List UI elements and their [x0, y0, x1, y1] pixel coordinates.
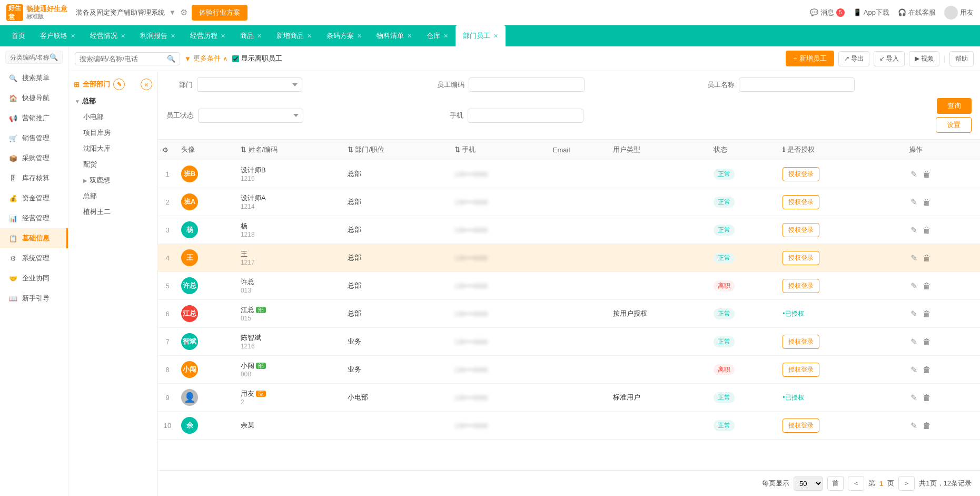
query-button[interactable]: 查询: [937, 98, 972, 114]
sidebar-search-input[interactable]: [10, 54, 50, 61]
tab-department-close[interactable]: ✕: [493, 33, 498, 40]
import-button[interactable]: ↙ 导入: [874, 51, 905, 66]
sidebar-item-search-menu[interactable]: 🔍 搜索菜单: [0, 68, 68, 88]
auth-login-btn[interactable]: 授权登录: [783, 167, 819, 181]
dept-select[interactable]: [197, 77, 302, 92]
tab-add-goods-close[interactable]: ✕: [307, 33, 312, 40]
sidebar-item-guide[interactable]: 📖 新手引导: [0, 288, 68, 308]
show-resigned-checkbox[interactable]: 显示离职员工: [232, 54, 282, 63]
emp-code-input[interactable]: [469, 77, 585, 92]
auth-login-btn[interactable]: 授权登录: [783, 251, 819, 265]
delete-btn[interactable]: 🗑: [923, 365, 931, 374]
sidebar-search-box[interactable]: 🔍: [5, 51, 63, 64]
per-page-select[interactable]: 50 100: [794, 476, 823, 491]
online-service-btn[interactable]: 🎧 在线客服: [898, 8, 936, 17]
tab-history[interactable]: 经营历程 ✕: [183, 25, 233, 46]
tab-home[interactable]: 首页: [4, 25, 33, 46]
user-avatar[interactable]: 用友: [944, 6, 974, 20]
sidebar-item-purchase[interactable]: 📦 采购管理: [0, 148, 68, 168]
tab-warehouse-close[interactable]: ✕: [443, 33, 448, 40]
tree-collapse-btn[interactable]: «: [141, 79, 152, 90]
col-settings[interactable]: ⚙: [158, 140, 177, 160]
tree-item-headquarters[interactable]: ▼ 总部: [68, 93, 157, 109]
tab-goods[interactable]: 商品 ✕: [233, 25, 269, 46]
edit-btn[interactable]: ✎: [910, 226, 917, 235]
emp-status-select[interactable]: [198, 109, 303, 123]
tab-bom[interactable]: 物料清单 ✕: [369, 25, 419, 46]
sidebar-item-basic[interactable]: 📋 基础信息: [0, 228, 68, 248]
prev-page-btn[interactable]: ＜: [848, 476, 864, 491]
delete-btn[interactable]: 🗑: [923, 198, 931, 207]
tab-warehouse[interactable]: 仓库 ✕: [419, 25, 456, 46]
tree-item-peihuo[interactable]: 配货: [68, 157, 157, 172]
col-name[interactable]: ⇅ 姓名/编码: [236, 140, 343, 160]
tab-profit[interactable]: 利润报告 ✕: [133, 25, 183, 46]
tab-department[interactable]: 部门员工 ✕: [456, 25, 506, 46]
sidebar-item-operations[interactable]: 📊 经营管理: [0, 208, 68, 228]
message-btn[interactable]: 💬 消息 5: [810, 8, 845, 17]
auth-login-btn[interactable]: 授权登录: [783, 363, 819, 377]
tree-edit-btn[interactable]: ✎: [113, 79, 125, 90]
auth-login-btn[interactable]: 授权登录: [783, 279, 819, 293]
edit-btn[interactable]: ✎: [910, 421, 917, 430]
sidebar-item-cooperation[interactable]: 🤝 企业协同: [0, 268, 68, 288]
auth-login-btn[interactable]: 授权登录: [783, 223, 819, 237]
edit-btn[interactable]: ✎: [910, 309, 917, 318]
more-filter-btn[interactable]: ▼ 更多条件 ∧: [184, 54, 228, 63]
sidebar-item-sales[interactable]: 🛒 销售管理: [0, 128, 68, 148]
tab-goods-close[interactable]: ✕: [257, 33, 262, 40]
emp-name-input[interactable]: [739, 77, 855, 92]
sidebar-item-quick-nav[interactable]: 🏠 快捷导航: [0, 88, 68, 108]
trial-button[interactable]: 体验行业方案: [192, 5, 248, 21]
settings-icon[interactable]: ⚙: [180, 7, 187, 17]
delete-btn[interactable]: 🗑: [923, 170, 931, 179]
delete-btn[interactable]: 🗑: [923, 393, 931, 402]
sidebar-item-system[interactable]: ⚙ 系统管理: [0, 248, 68, 268]
add-employee-button[interactable]: + 新增员工: [786, 51, 834, 66]
phone-input[interactable]: [468, 109, 583, 123]
tree-item-zongbu[interactable]: 总部: [68, 188, 157, 204]
export-button[interactable]: ↗ 导出: [838, 51, 869, 66]
dropdown-arrow-icon[interactable]: ▼: [169, 8, 176, 16]
delete-btn[interactable]: 🗑: [923, 337, 931, 346]
auth-login-btn[interactable]: 授权登录: [783, 419, 819, 433]
auth-login-btn[interactable]: 授权登录: [783, 195, 819, 209]
delete-btn[interactable]: 🗑: [923, 281, 931, 290]
video-button[interactable]: ▶ 视频: [909, 51, 939, 66]
next-page-btn[interactable]: ＞: [898, 476, 915, 491]
edit-btn[interactable]: ✎: [910, 198, 917, 207]
edit-btn[interactable]: ✎: [910, 393, 917, 402]
edit-btn[interactable]: ✎: [910, 337, 917, 346]
tree-item-shenyang[interactable]: 沈阳大库: [68, 141, 157, 157]
tab-barcode[interactable]: 条码方案 ✕: [319, 25, 369, 46]
delete-btn[interactable]: 🗑: [923, 254, 931, 262]
delete-btn[interactable]: 🗑: [923, 309, 931, 318]
auth-login-btn[interactable]: 授权登录: [783, 335, 819, 349]
col-phone[interactable]: ⇅ 手机: [450, 140, 549, 160]
edit-btn[interactable]: ✎: [910, 170, 917, 179]
tab-business-close[interactable]: ✕: [121, 33, 125, 40]
tab-customer[interactable]: 客户联络 ✕: [33, 25, 83, 46]
tab-profit-close[interactable]: ✕: [171, 33, 175, 40]
app-download-btn[interactable]: 📱 App下载: [853, 8, 889, 17]
tree-item-zhishu[interactable]: 植树王二: [68, 204, 157, 220]
tab-add-goods[interactable]: 新增商品 ✕: [269, 25, 319, 46]
tab-barcode-close[interactable]: ✕: [357, 33, 362, 40]
edit-btn[interactable]: ✎: [910, 254, 917, 262]
tab-history-close[interactable]: ✕: [221, 33, 225, 40]
tree-item-shuanglu[interactable]: ▶ 双鹿想: [68, 172, 157, 188]
help-button[interactable]: 帮助: [949, 51, 974, 66]
sidebar-item-inventory[interactable]: 🗄 库存核算: [0, 168, 68, 188]
sidebar-item-finance[interactable]: 💰 资金管理: [0, 188, 68, 208]
search-input[interactable]: [80, 55, 167, 63]
first-page-btn[interactable]: 首: [827, 476, 844, 491]
show-resigned-input[interactable]: [232, 55, 239, 62]
tab-customer-close[interactable]: ✕: [71, 33, 75, 40]
setting-button[interactable]: 设置: [936, 117, 972, 133]
sidebar-item-marketing[interactable]: 📢 营销推广: [0, 108, 68, 128]
delete-btn[interactable]: 🗑: [923, 226, 931, 235]
tree-item-project[interactable]: 项目库房: [68, 125, 157, 141]
edit-btn[interactable]: ✎: [910, 365, 917, 374]
tree-item-xiaodian[interactable]: 小电部: [68, 109, 157, 125]
col-dept[interactable]: ⇅ 部门/职位: [343, 140, 450, 160]
